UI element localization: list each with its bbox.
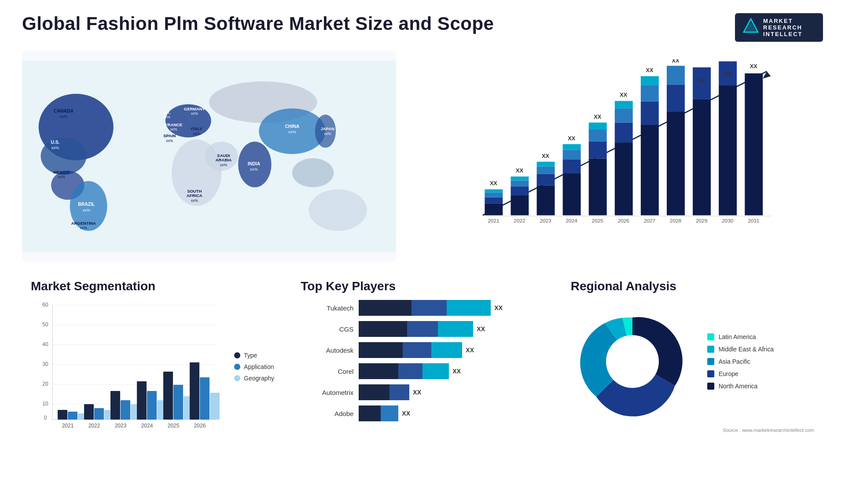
- source-text: Source : www.marketresearchintellect.com: [571, 427, 814, 433]
- svg-text:10: 10: [42, 401, 48, 407]
- svg-rect-136: [163, 372, 173, 420]
- svg-text:20: 20: [42, 381, 48, 387]
- svg-text:2024: 2024: [566, 218, 578, 224]
- legend-color-north-america: [707, 383, 714, 390]
- bottom-row: Market Segmentation 60 50 40 30 20 10 0: [22, 275, 823, 464]
- player-bar-container: XX: [359, 300, 544, 316]
- svg-text:U.S.: U.S.: [51, 140, 59, 145]
- svg-rect-131: [121, 400, 130, 420]
- svg-rect-125: [68, 412, 77, 420]
- player-row: Autodesk XX: [301, 342, 544, 358]
- legend-color-europe: [707, 370, 714, 377]
- svg-text:30: 30: [42, 361, 48, 367]
- svg-rect-57: [511, 180, 529, 186]
- seg-chart-wrapper: 60 50 40 30 20 10 0: [31, 300, 225, 434]
- svg-rect-52: [485, 193, 503, 197]
- regional-title: Regional Analysis: [571, 279, 814, 293]
- legend-application: Application: [234, 363, 274, 370]
- svg-rect-60: [537, 185, 555, 215]
- svg-rect-78: [615, 101, 633, 109]
- legend-dot-geo: [234, 375, 240, 381]
- svg-text:SAUDI: SAUDI: [217, 153, 230, 158]
- svg-text:xx%: xx%: [250, 167, 258, 172]
- svg-text:FRANCE: FRANCE: [165, 122, 182, 127]
- svg-rect-128: [94, 408, 104, 420]
- svg-text:XX: XX: [698, 77, 705, 84]
- players-list: Tukatech XX CGS: [301, 300, 544, 421]
- svg-text:xx%: xx%: [82, 208, 90, 212]
- svg-rect-75: [615, 142, 633, 215]
- svg-text:2031: 2031: [748, 218, 759, 224]
- svg-text:SPAIN: SPAIN: [163, 134, 176, 139]
- page-title: Global Fashion Plm Software Market Size …: [22, 13, 494, 34]
- svg-rect-91: [719, 85, 737, 215]
- svg-text:xx%: xx%: [324, 131, 331, 136]
- player-bar: [359, 321, 473, 337]
- svg-rect-55: [511, 195, 529, 215]
- svg-rect-56: [511, 186, 529, 195]
- svg-text:2025: 2025: [592, 218, 604, 224]
- player-bar-container: XX: [359, 384, 544, 400]
- donut-chart: [571, 300, 694, 423]
- player-row: Autometrix XX: [301, 384, 544, 400]
- legend-type: Type: [234, 352, 274, 359]
- svg-rect-89: [693, 99, 711, 215]
- svg-text:XX: XX: [594, 113, 601, 120]
- svg-rect-67: [563, 150, 581, 159]
- map-section: CANADA xx% U.S. xx% MEXICO xx% BRAZIL xx…: [22, 51, 396, 262]
- svg-text:2028: 2028: [670, 218, 682, 224]
- svg-text:2024: 2024: [141, 423, 153, 429]
- svg-text:xx%: xx%: [191, 112, 198, 116]
- svg-rect-62: [537, 167, 555, 174]
- svg-text:2021: 2021: [62, 423, 74, 429]
- legend-north-america: North America: [707, 383, 774, 390]
- regional-content: Latin America Middle East & Africa Asia …: [571, 300, 814, 423]
- svg-text:2027: 2027: [644, 218, 655, 224]
- svg-text:2030: 2030: [722, 218, 734, 224]
- svg-rect-80: [641, 124, 659, 215]
- svg-text:xx%: xx%: [60, 114, 68, 119]
- legend-geography: Geography: [234, 375, 274, 382]
- svg-rect-137: [173, 385, 183, 420]
- svg-rect-82: [641, 85, 659, 101]
- player-name: CGS: [301, 325, 353, 333]
- legend-asia-pacific: Asia Pacific: [707, 358, 774, 365]
- player-row: Tukatech XX: [301, 300, 544, 316]
- svg-point-14: [292, 158, 334, 187]
- players-section: Top Key Players Tukatech XX CGS: [292, 275, 553, 464]
- player-bar-container: XX: [359, 342, 544, 358]
- legend-color-latin-america: [707, 333, 714, 340]
- svg-text:AFRICA: AFRICA: [187, 194, 202, 198]
- svg-rect-66: [563, 159, 581, 173]
- svg-rect-85: [667, 111, 685, 215]
- svg-rect-77: [615, 109, 633, 123]
- player-bar: [359, 384, 409, 400]
- svg-text:2029: 2029: [696, 218, 707, 224]
- svg-rect-139: [190, 362, 199, 420]
- svg-rect-72: [589, 129, 607, 141]
- logo: MARKET RESEARCH INTELLECT: [735, 13, 823, 42]
- svg-rect-133: [137, 381, 147, 420]
- svg-rect-71: [589, 141, 607, 158]
- svg-rect-93: [745, 73, 763, 215]
- svg-rect-68: [563, 144, 581, 150]
- svg-text:xx%: xx%: [163, 115, 171, 119]
- svg-text:2023: 2023: [115, 423, 127, 429]
- svg-rect-53: [485, 189, 503, 192]
- svg-rect-50: [485, 203, 503, 215]
- segmentation-title: Market Segmentation: [31, 279, 274, 293]
- player-name: Adobe: [301, 410, 353, 417]
- svg-text:JAPAN: JAPAN: [321, 126, 334, 131]
- svg-text:CHINA: CHINA: [285, 124, 299, 129]
- regional-section: Regional Analysis: [562, 275, 823, 464]
- player-name: Autodesk: [301, 347, 353, 354]
- player-bar-container: XX: [359, 405, 544, 421]
- svg-text:50: 50: [42, 321, 48, 328]
- svg-text:GERMANY: GERMANY: [184, 106, 206, 111]
- legend-dot-type: [234, 352, 240, 358]
- logo-icon: [743, 18, 759, 37]
- svg-rect-51: [485, 197, 503, 204]
- svg-rect-63: [537, 162, 555, 167]
- segmentation-section: Market Segmentation 60 50 40 30 20 10 0: [22, 275, 283, 464]
- page: Global Fashion Plm Software Market Size …: [0, 0, 845, 504]
